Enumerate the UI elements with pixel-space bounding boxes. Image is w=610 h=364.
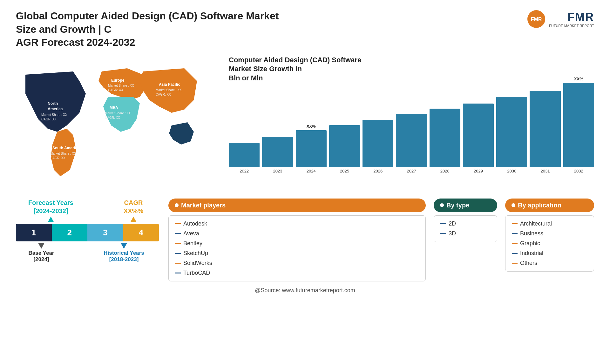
bar-group: XX%2024	[296, 124, 327, 173]
bar-group: 2030	[496, 91, 527, 173]
list-item: Bentley	[175, 239, 419, 248]
bar-chart: 20222023XX%20242025202620272028202920302…	[229, 88, 594, 183]
bar-year-label: 2024	[307, 169, 316, 173]
list-dash	[175, 223, 181, 224]
bar-group: 2023	[262, 131, 293, 173]
by-application-card: By application ArchitecturalBusinessGrap…	[505, 199, 594, 281]
cagr-label: CAGRXX%%	[114, 199, 152, 215]
forecast-timeline: Forecast Years[2024-2032] CAGRXX%% 1 2 3…	[16, 199, 159, 263]
logo-icon: FMR	[527, 10, 546, 29]
card-dot	[175, 203, 179, 207]
bar	[396, 114, 427, 167]
map-container: North America Market Share : XX CAGR: XX…	[16, 56, 216, 192]
bar-group: 2027	[396, 108, 427, 173]
svg-text:Market Share : XX: Market Share : XX	[41, 113, 67, 117]
by-type-list: 2D3D	[437, 219, 494, 239]
bar-year-label: 2032	[574, 169, 583, 173]
market-players-list: AutodeskAvevaBentleySketchUpSolidWorksTu…	[172, 219, 422, 278]
world-map-svg: North America Market Share : XX CAGR: XX…	[16, 56, 216, 183]
list-item: Others	[512, 258, 587, 268]
bar	[463, 104, 494, 167]
svg-text:MEA: MEA	[110, 105, 118, 110]
historical-years-label: Historical Years[2018-2023]	[89, 250, 159, 263]
list-dash	[440, 223, 446, 224]
logo: FMR FMR FUTURE MARKET REPORT	[527, 10, 594, 29]
header: Global Computer Aided Design (CAD) Softw…	[16, 10, 594, 49]
list-dash	[175, 253, 181, 254]
list-item: Architectural	[512, 219, 587, 229]
chart-container: Computer Aided Design (CAD) Software Mar…	[229, 56, 594, 192]
bar-group: 2022	[229, 137, 260, 173]
list-dash	[175, 233, 181, 234]
by-type-card: By type 2D3D	[434, 199, 497, 281]
bar	[296, 130, 327, 167]
by-application-dot	[512, 203, 515, 207]
base-year-label: Base Year[2024]	[16, 250, 67, 263]
svg-text:Market Share : XX: Market Share : XX	[156, 88, 182, 92]
by-application-header: By application	[505, 199, 594, 212]
svg-text:South America: South America	[52, 146, 79, 150]
segment-2: 2	[52, 224, 88, 241]
svg-text:Market Share : XX: Market Share : XX	[108, 84, 134, 87]
svg-text:North: North	[48, 101, 58, 106]
bar	[430, 109, 460, 167]
bar-group: 2028	[430, 102, 460, 173]
bar-year-label: 2025	[340, 169, 349, 173]
market-players-card: Market players AutodeskAvevaBentleySketc…	[168, 199, 426, 281]
svg-text:Asia Pacific: Asia Pacific	[159, 82, 180, 87]
bar-group: 2029	[463, 97, 494, 173]
list-dash	[440, 233, 446, 234]
source-line: @Source: www.futuremarketreport.com	[16, 287, 594, 294]
segment-1: 1	[16, 224, 52, 241]
market-players-header: Market players	[168, 199, 426, 212]
list-dash	[512, 263, 518, 264]
svg-text:CAGR: XX: CAGR: XX	[105, 116, 120, 119]
svg-text:CAGR: XX: CAGR: XX	[108, 88, 123, 92]
list-item: Graphic	[512, 239, 587, 248]
forecast-years-label: Forecast Years[2024-2032]	[22, 199, 79, 215]
list-item: TurboCAD	[175, 268, 419, 278]
svg-text:CAGR: XX: CAGR: XX	[41, 118, 57, 121]
bar-group: 2031	[530, 84, 560, 173]
page-title: Global Computer Aided Design (CAD) Softw…	[16, 10, 302, 49]
list-dash	[512, 253, 518, 254]
bar	[262, 137, 293, 167]
list-item: 2D	[440, 219, 491, 229]
bar-year-label: 2026	[373, 169, 383, 173]
list-dash	[175, 263, 181, 264]
bar-year-label: 2022	[240, 169, 249, 173]
list-dash	[512, 233, 518, 234]
svg-text:FMR: FMR	[531, 17, 542, 22]
bar	[329, 125, 360, 167]
svg-text:CAGR: XX: CAGR: XX	[156, 93, 171, 96]
segment-3: 3	[87, 224, 123, 241]
bar-year-label: 2031	[541, 169, 550, 173]
list-item: SolidWorks	[175, 258, 419, 268]
by-type-list-container: 2D3D	[434, 215, 497, 242]
list-dash	[512, 223, 518, 224]
market-players-list-container: AutodeskAvevaBentleySketchUpSolidWorksTu…	[168, 215, 426, 281]
by-application-list: ArchitecturalBusinessGraphicIndustrialOt…	[509, 219, 591, 268]
by-type-dot	[440, 203, 444, 207]
bar	[229, 143, 260, 167]
bar-top-label: XX%	[307, 124, 316, 130]
timeline-bar: 1 2 3 4	[16, 224, 159, 241]
bar-year-label: 2030	[507, 169, 516, 173]
list-item: SketchUp	[175, 248, 419, 258]
list-item: 3D	[440, 229, 491, 239]
list-item: Industrial	[512, 248, 587, 258]
bar-year-label: 2029	[474, 169, 483, 173]
page: Global Computer Aided Design (CAD) Softw…	[0, 0, 610, 364]
bar-group: 2025	[329, 119, 360, 173]
bar-group: 2026	[363, 113, 393, 173]
svg-text:CAGR: XX: CAGR: XX	[50, 156, 65, 160]
svg-text:Europe: Europe	[111, 78, 125, 83]
bar-year-label: 2023	[273, 169, 282, 173]
bar	[496, 97, 527, 167]
by-type-header: By type	[434, 199, 497, 212]
list-dash	[175, 243, 181, 244]
list-item: Business	[512, 229, 587, 239]
info-cards: Market players AutodeskAvevaBentleySketc…	[168, 199, 594, 281]
bar	[363, 120, 393, 167]
by-application-list-container: ArchitecturalBusinessGraphicIndustrialOt…	[505, 215, 594, 272]
